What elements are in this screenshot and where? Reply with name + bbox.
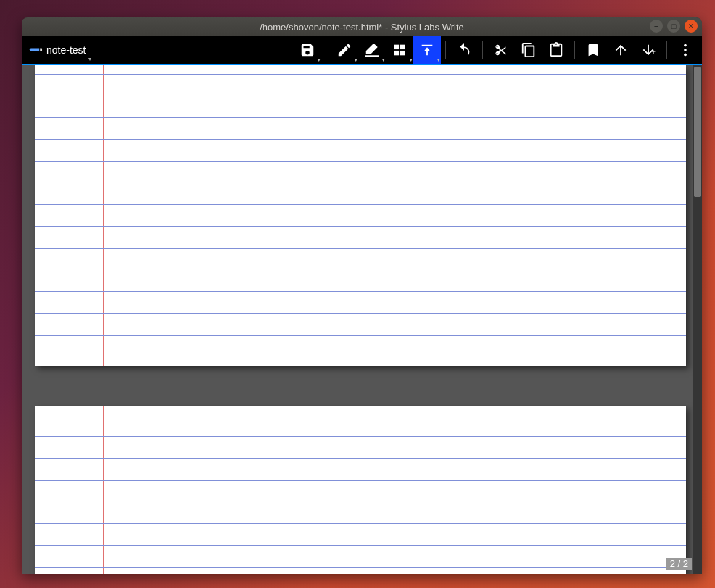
margin-line (103, 65, 104, 366)
document-page[interactable] (35, 406, 686, 574)
svg-point-5 (684, 44, 687, 47)
window-title: /home/shovon/note-test.html* - Stylus La… (260, 22, 464, 33)
document-page[interactable] (35, 65, 686, 366)
chevron-down-icon: ▾ (382, 57, 385, 63)
separator (445, 41, 446, 59)
page-indicator: 2 / 2 (666, 558, 692, 570)
window-controls: ‒ ▢ ✕ (650, 20, 698, 33)
chevron-down-icon: ▾ (410, 57, 413, 63)
ruled-line (35, 204, 686, 205)
ruled-line (35, 458, 686, 459)
document-tab[interactable]: note-test ▾ (25, 36, 93, 64)
ruled-line (35, 270, 686, 270)
insert-space-tool-button[interactable]: ▾ (413, 36, 441, 64)
eraser-tool-button[interactable]: ▾ (358, 36, 386, 64)
previous-page-button[interactable] (607, 36, 635, 64)
minimize-button[interactable]: ‒ (650, 20, 663, 33)
svg-rect-3 (400, 51, 405, 55)
document-tab-label: note-test (46, 44, 86, 56)
svg-rect-2 (394, 51, 399, 55)
svg-text:+: + (652, 49, 656, 56)
ruled-line (35, 74, 686, 75)
ruled-line (35, 335, 686, 336)
chevron-down-icon: ▾ (318, 57, 321, 63)
bookmark-button[interactable] (579, 36, 607, 64)
next-page-button[interactable]: + (635, 36, 662, 64)
separator (574, 41, 575, 59)
ruled-line (35, 415, 686, 415)
ruled-line (35, 96, 686, 96)
ruled-line (35, 139, 686, 140)
separator (482, 41, 483, 59)
vertical-scrollbar[interactable] (693, 65, 702, 574)
undo-button[interactable] (450, 36, 478, 64)
ruled-line (35, 436, 686, 437)
scrollbar-thumb[interactable] (694, 67, 701, 197)
maximize-button[interactable]: ▢ (667, 20, 680, 33)
overflow-menu-button[interactable] (671, 36, 699, 64)
select-tool-button[interactable]: ▾ (386, 36, 413, 64)
separator (326, 41, 326, 59)
canvas-area[interactable]: 2 / 2 (22, 65, 702, 574)
chevron-down-icon: ▾ (437, 57, 440, 63)
ruled-line (35, 161, 686, 162)
svg-rect-0 (394, 45, 399, 49)
ruled-line (35, 545, 686, 546)
titlebar[interactable]: /home/shovon/note-test.html* - Stylus La… (22, 17, 702, 36)
svg-rect-1 (400, 45, 405, 49)
close-button[interactable]: ✕ (685, 20, 698, 33)
ruled-line (35, 523, 686, 524)
chevron-down-icon: ▾ (88, 56, 91, 62)
svg-point-7 (684, 54, 687, 57)
cut-button[interactable] (487, 36, 515, 64)
separator (666, 41, 667, 59)
svg-point-6 (684, 49, 687, 51)
margin-line (103, 406, 104, 574)
copy-button[interactable] (515, 36, 542, 64)
save-button[interactable]: ▾ (294, 36, 321, 64)
paste-button[interactable] (542, 36, 570, 64)
ruled-line (35, 480, 686, 481)
pen-tool-button[interactable]: ▾ (331, 36, 358, 64)
ruled-line (35, 567, 686, 568)
ruled-line (35, 502, 686, 502)
ruled-line (35, 226, 686, 227)
chevron-down-icon: ▾ (355, 57, 358, 63)
ruled-line (35, 313, 686, 314)
pencil-icon (25, 40, 46, 60)
ruled-line (35, 357, 686, 357)
ruled-line (35, 117, 686, 118)
app-window: /home/shovon/note-test.html* - Stylus La… (22, 17, 702, 574)
ruled-line (35, 248, 686, 249)
ruled-line (35, 183, 686, 183)
toolbar: note-test ▾ ▾ ▾ ▾ ▾ ▾ (22, 36, 702, 65)
ruled-line (35, 291, 686, 292)
page-indicator-label: 2 / 2 (670, 558, 688, 569)
